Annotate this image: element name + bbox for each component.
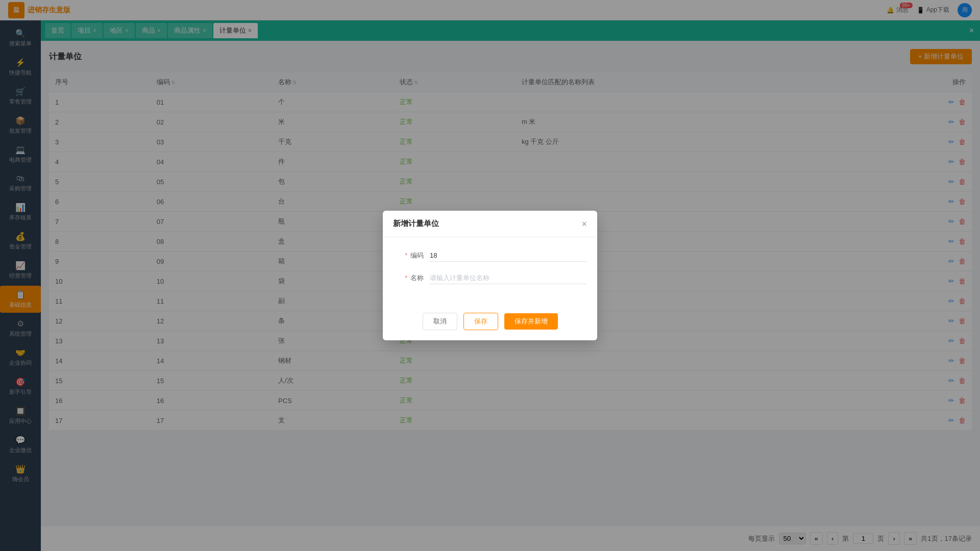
cancel-button[interactable]: 取消 [423,313,457,330]
code-form-item: * 编码 [393,249,587,262]
save-button[interactable]: 保存 [463,313,498,330]
modal-header: 新增计量单位 × [383,211,597,237]
code-input[interactable] [430,249,587,262]
modal-close-button[interactable]: × [581,219,587,229]
add-unit-modal: 新增计量单位 × * 编码 * 名称 取消 保存 保存并新增 [383,211,597,340]
code-required-mark: * [405,252,407,259]
code-label: * 编码 [393,251,424,260]
name-required-mark: * [405,274,407,282]
modal-title: 新增计量单位 [393,219,439,229]
save-add-button[interactable]: 保存并新增 [504,313,558,330]
modal-footer: 取消 保存 保存并新增 [383,307,597,340]
modal-overlay: 新增计量单位 × * 编码 * 名称 取消 保存 保存并新增 [0,0,980,551]
name-form-item: * 名称 [393,272,587,284]
name-label: * 名称 [393,273,424,283]
name-input[interactable] [430,272,587,284]
modal-body: * 编码 * 名称 [383,237,597,307]
